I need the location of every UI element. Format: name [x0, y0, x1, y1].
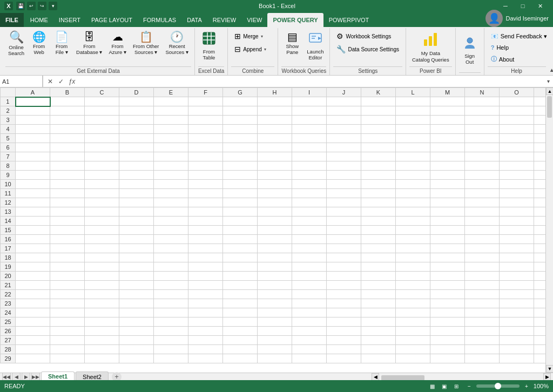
sign-out-button[interactable]: SignOut — [459, 33, 481, 67]
cell-P11[interactable] — [534, 189, 546, 198]
save-icon[interactable]: 💾 — [16, 2, 25, 10]
cell-M1[interactable] — [430, 97, 465, 106]
cell-J17[interactable] — [327, 244, 361, 253]
cell-J10[interactable] — [327, 180, 361, 189]
cell-N25[interactable] — [465, 317, 500, 327]
cell-E11[interactable] — [154, 189, 188, 198]
cell-P19[interactable] — [534, 262, 546, 272]
cell-B4[interactable] — [50, 125, 85, 134]
cell-G13[interactable] — [223, 207, 258, 217]
cell-I26[interactable] — [292, 327, 327, 336]
cell-J18[interactable] — [327, 253, 361, 262]
cell-N14[interactable] — [465, 217, 500, 226]
cell-H11[interactable] — [258, 189, 292, 198]
data-source-settings-button[interactable]: 🔧 Data Source Settings — [333, 43, 402, 55]
cell-K14[interactable] — [361, 217, 396, 226]
cell-K11[interactable] — [361, 189, 396, 198]
cell-F3[interactable] — [188, 116, 223, 125]
cell-P15[interactable] — [534, 226, 546, 235]
cell-M12[interactable] — [430, 198, 465, 207]
cell-A11[interactable] — [16, 189, 50, 198]
cell-H15[interactable] — [258, 226, 292, 235]
cell-E27[interactable] — [154, 336, 188, 345]
cell-A14[interactable] — [16, 217, 50, 226]
row-header-18[interactable]: 18 — [1, 253, 16, 262]
cell-L26[interactable] — [396, 327, 430, 336]
cell-G4[interactable] — [223, 125, 258, 134]
cell-B5[interactable] — [50, 134, 85, 143]
row-header-3[interactable]: 3 — [1, 116, 16, 125]
cell-B22[interactable] — [50, 290, 85, 299]
cell-C22[interactable] — [85, 290, 119, 299]
cell-H13[interactable] — [258, 207, 292, 217]
cell-A25[interactable] — [16, 317, 50, 327]
cell-M16[interactable] — [430, 235, 465, 244]
cell-H3[interactable] — [258, 116, 292, 125]
cell-O1[interactable] — [500, 97, 534, 106]
cell-P1[interactable] — [534, 97, 546, 106]
cell-I27[interactable] — [292, 336, 327, 345]
cell-C6[interactable] — [85, 143, 119, 152]
cell-O15[interactable] — [500, 226, 534, 235]
cell-A15[interactable] — [16, 226, 50, 235]
cell-F25[interactable] — [188, 317, 223, 327]
cell-G20[interactable] — [223, 272, 258, 281]
cell-P7[interactable] — [534, 152, 546, 161]
cell-K16[interactable] — [361, 235, 396, 244]
cell-C1[interactable] — [85, 97, 119, 106]
cell-N6[interactable] — [465, 143, 500, 152]
cell-F29[interactable] — [188, 354, 223, 363]
cell-F8[interactable] — [188, 161, 223, 171]
cell-B9[interactable] — [50, 171, 85, 180]
cell-N2[interactable] — [465, 106, 500, 116]
cell-K8[interactable] — [361, 161, 396, 171]
cell-N12[interactable] — [465, 198, 500, 207]
cell-D15[interactable] — [119, 226, 154, 235]
cell-F26[interactable] — [188, 327, 223, 336]
cell-P2[interactable] — [534, 106, 546, 116]
cell-E14[interactable] — [154, 217, 188, 226]
cell-K3[interactable] — [361, 116, 396, 125]
cell-D29[interactable] — [119, 354, 154, 363]
cell-G2[interactable] — [223, 106, 258, 116]
cell-E7[interactable] — [154, 152, 188, 161]
cell-L11[interactable] — [396, 189, 430, 198]
cell-B1[interactable] — [50, 97, 85, 106]
cell-B18[interactable] — [50, 253, 85, 262]
cell-A7[interactable] — [16, 152, 50, 161]
cell-B13[interactable] — [50, 207, 85, 217]
cell-L9[interactable] — [396, 171, 430, 180]
cell-O7[interactable] — [500, 152, 534, 161]
cell-P21[interactable] — [534, 281, 546, 290]
send-feedback-button[interactable]: 📧 Send Feedback ▾ — [488, 31, 550, 42]
cell-P29[interactable] — [534, 354, 546, 363]
cell-O16[interactable] — [500, 235, 534, 244]
cell-B20[interactable] — [50, 272, 85, 281]
cell-L24[interactable] — [396, 308, 430, 317]
cell-J27[interactable] — [327, 336, 361, 345]
row-header-25[interactable]: 25 — [1, 317, 16, 327]
cell-L17[interactable] — [396, 244, 430, 253]
col-header-K[interactable]: K — [361, 88, 396, 97]
cell-F18[interactable] — [188, 253, 223, 262]
cell-L10[interactable] — [396, 180, 430, 189]
cell-N23[interactable] — [465, 299, 500, 308]
cell-M18[interactable] — [430, 253, 465, 262]
tab-home[interactable]: HOME — [25, 13, 53, 27]
cell-L12[interactable] — [396, 198, 430, 207]
about-button[interactable]: ⓘ About — [488, 53, 531, 65]
cell-A3[interactable] — [16, 116, 50, 125]
cell-I9[interactable] — [292, 171, 327, 180]
cell-B10[interactable] — [50, 180, 85, 189]
cell-B8[interactable] — [50, 161, 85, 171]
cell-H23[interactable] — [258, 299, 292, 308]
cell-B2[interactable] — [50, 106, 85, 116]
cell-N11[interactable] — [465, 189, 500, 198]
tab-powerquery[interactable]: POWER QUERY — [267, 13, 323, 27]
cell-A24[interactable] — [16, 308, 50, 317]
cell-K17[interactable] — [361, 244, 396, 253]
col-header-P[interactable]: P — [534, 88, 546, 97]
cell-I14[interactable] — [292, 217, 327, 226]
cell-O29[interactable] — [500, 354, 534, 363]
cell-F16[interactable] — [188, 235, 223, 244]
